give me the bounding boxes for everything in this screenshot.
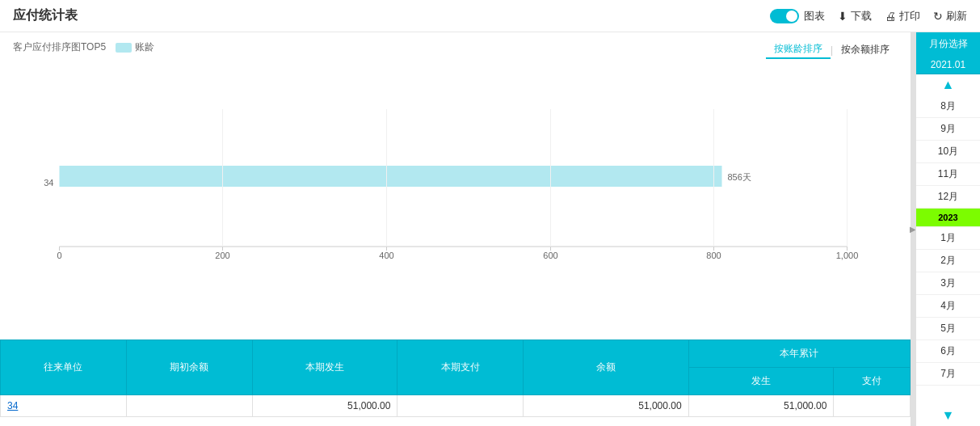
download-icon: ⬇ <box>838 10 848 23</box>
svg-text:600: 600 <box>543 251 557 260</box>
header-actions: 图表 ⬇ 下载 🖨 打印 ↻ 刷新 <box>770 9 967 23</box>
chart-toggle-label: 图表 <box>804 9 825 23</box>
table-row: 34 51,000.00 51,000.00 51,000.00 <box>1 395 911 417</box>
col-header-period-occur: 本期发生 <box>252 340 397 395</box>
sidebar-year-2023[interactable]: 2023 <box>916 209 980 227</box>
sidebar-month-8[interactable]: 8月 <box>916 95 980 118</box>
col-header-balance: 余额 <box>524 340 688 395</box>
col-header-period-pay: 本期支付 <box>397 340 524 395</box>
svg-text:200: 200 <box>215 251 229 260</box>
sort-buttons: 按账龄排序 | 按余额排序 <box>766 40 898 59</box>
sidebar-header: 月份选择 <box>916 32 980 56</box>
app-container: 应付统计表 图表 ⬇ 下载 🖨 打印 ↻ 刷新 <box>0 0 980 426</box>
legend-item: 账龄 <box>116 40 154 54</box>
refresh-label: 刷新 <box>946 9 967 23</box>
print-label: 打印 <box>899 9 920 23</box>
sidebar: 月份选择 2021.01 ▲ 8月 9月 10月 11月 12月 2023 1月… <box>915 32 980 426</box>
sidebar-month-6[interactable]: 6月 <box>916 340 980 363</box>
data-table: 往来单位 期初余额 本期发生 本期支付 余额 本年累计 发生 支付 <box>0 340 911 417</box>
col-subheader-ytd-pay: 支付 <box>834 368 911 395</box>
chart-toggle[interactable] <box>770 9 799 23</box>
sidebar-current-date[interactable]: 2021.01 <box>916 56 980 74</box>
chart-legend: 客户应付排序图TOP5 账龄 <box>13 40 898 54</box>
cell-ytd-occur: 51,000.00 <box>688 395 834 417</box>
chart-area: 客户应付排序图TOP5 账龄 按账龄排序 | 按余额排序 34 <box>0 32 911 340</box>
sidebar-month-12[interactable]: 12月 <box>916 186 980 209</box>
download-button[interactable]: ⬇ 下载 <box>838 9 872 23</box>
sidebar-month-9[interactable]: 9月 <box>916 118 980 141</box>
col-header-ytd: 本年累计 <box>688 340 910 368</box>
sidebar-nav-up-button[interactable]: ▲ <box>916 74 980 95</box>
table-body: 34 51,000.00 51,000.00 51,000.00 <box>1 395 911 417</box>
table-header-row: 往来单位 期初余额 本期发生 本期支付 余额 本年累计 <box>1 340 911 368</box>
bar-chart: 34 856天 0 200 400 600 800 1,000 <box>13 61 898 287</box>
cell-ytd-pay <box>834 395 911 417</box>
refresh-button[interactable]: ↻ 刷新 <box>933 9 967 23</box>
col-header-opening: 期初余额 <box>126 340 252 395</box>
svg-text:400: 400 <box>379 251 393 260</box>
sidebar-month-7[interactable]: 7月 <box>916 363 980 386</box>
chart-bar <box>60 166 722 187</box>
svg-text:800: 800 <box>706 251 721 260</box>
sidebar-nav-down-button[interactable]: ▼ <box>916 405 980 426</box>
sort-by-amount-button[interactable]: 按余额排序 <box>833 40 898 59</box>
chart-svg-container: 34 856天 0 200 400 600 800 1,000 <box>13 61 898 303</box>
col-header-unit: 往来单位 <box>1 340 127 395</box>
sidebar-month-4[interactable]: 4月 <box>916 295 980 318</box>
legend-title: 客户应付排序图TOP5 <box>13 40 106 54</box>
sidebar-month-3[interactable]: 3月 <box>916 272 980 295</box>
cell-unit[interactable]: 34 <box>1 395 127 417</box>
refresh-icon: ↻ <box>933 10 943 23</box>
print-button[interactable]: 🖨 打印 <box>885 9 920 23</box>
table-area: 往来单位 期初余额 本期发生 本期支付 余额 本年累计 发生 支付 <box>0 340 911 426</box>
sidebar-month-5[interactable]: 5月 <box>916 318 980 340</box>
download-label: 下载 <box>851 9 872 23</box>
legend-color-box <box>116 43 132 53</box>
sidebar-month-2[interactable]: 2月 <box>916 250 980 272</box>
svg-text:1,000: 1,000 <box>836 251 859 260</box>
chart-panel: 客户应付排序图TOP5 账龄 按账龄排序 | 按余额排序 34 <box>0 32 911 426</box>
col-subheader-ytd-occur: 发生 <box>688 368 834 395</box>
bar-days-label: 856天 <box>728 172 751 182</box>
sort-by-balance-button[interactable]: 按账龄排序 <box>766 40 831 59</box>
header: 应付统计表 图表 ⬇ 下载 🖨 打印 ↻ 刷新 <box>0 0 980 32</box>
main-content: 客户应付排序图TOP5 账龄 按账龄排序 | 按余额排序 34 <box>0 32 980 426</box>
y-axis-label: 34 <box>44 178 53 188</box>
cell-period-occur: 51,000.00 <box>252 395 397 417</box>
page-title: 应付统计表 <box>13 7 78 24</box>
sidebar-month-10[interactable]: 10月 <box>916 141 980 163</box>
chart-toggle-group: 图表 <box>770 9 825 23</box>
cell-period-pay <box>397 395 524 417</box>
sidebar-month-1[interactable]: 1月 <box>916 227 980 250</box>
sidebar-months-list: 8月 9月 10月 11月 12月 2023 1月 2月 3月 4月 5月 6月… <box>916 95 980 405</box>
cell-opening <box>126 395 252 417</box>
svg-text:0: 0 <box>57 251 61 260</box>
print-icon: 🖨 <box>885 10 896 23</box>
legend-text: 账龄 <box>135 40 154 54</box>
sidebar-month-11[interactable]: 11月 <box>916 163 980 186</box>
cell-balance: 51,000.00 <box>524 395 688 417</box>
